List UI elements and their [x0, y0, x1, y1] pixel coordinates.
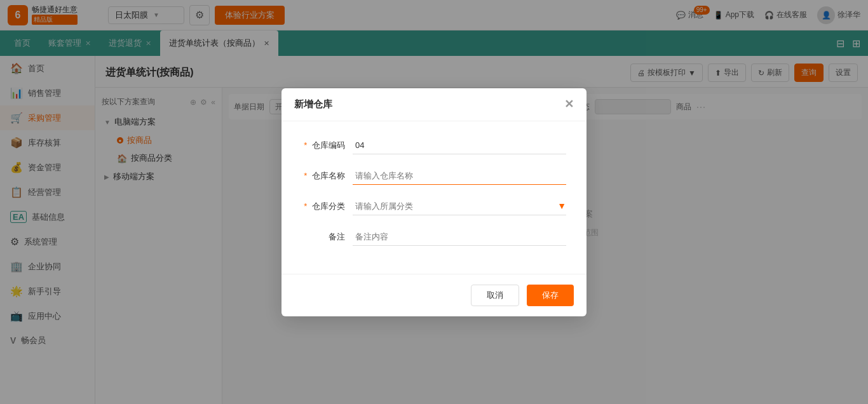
add-warehouse-modal: 新增仓库 ✕ * 仓库编码 * 仓库名称 — [281, 88, 587, 316]
code-label: * 仓库编码 — [302, 140, 353, 151]
form-row-code: * 仓库编码 — [302, 137, 566, 154]
code-input[interactable] — [353, 137, 566, 154]
category-input[interactable] — [353, 198, 557, 215]
category-label: * 仓库分类 — [302, 201, 353, 212]
modal-overlay: 新增仓库 ✕ * 仓库编码 * 仓库名称 — [0, 0, 868, 404]
form-row-remark: 备注 — [302, 228, 566, 246]
save-button[interactable]: 保存 — [527, 285, 574, 306]
cancel-button[interactable]: 取消 — [471, 285, 519, 306]
remark-input[interactable] — [353, 228, 566, 246]
modal-close-button[interactable]: ✕ — [564, 98, 574, 110]
modal-body: * 仓库编码 * 仓库名称 * 仓库分类 — [281, 121, 587, 274]
name-label: * 仓库名称 — [302, 170, 353, 182]
modal-footer: 取消 保存 — [281, 274, 587, 316]
form-row-name: * 仓库名称 — [302, 167, 566, 185]
modal-title: 新增仓库 — [294, 98, 332, 111]
category-select-wrapper: ▼ — [353, 198, 566, 215]
remark-label: 备注 — [302, 231, 353, 243]
modal-header: 新增仓库 ✕ — [281, 88, 587, 121]
name-input[interactable] — [353, 167, 566, 185]
form-row-category: * 仓库分类 ▼ — [302, 198, 566, 215]
category-dropdown-arrow[interactable]: ▼ — [557, 201, 566, 211]
